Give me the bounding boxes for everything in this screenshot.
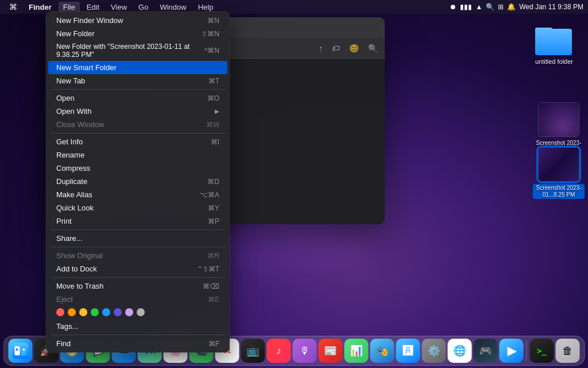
dock-item-system-prefs[interactable]: ⚙️ bbox=[422, 339, 446, 363]
desktop-item-untitled-folder[interactable]: untitled folder bbox=[528, 24, 580, 66]
menu-item-eject[interactable]: Eject ⌘E bbox=[48, 293, 227, 306]
menu-item-get-info[interactable]: Get Info ⌘I bbox=[48, 135, 227, 148]
menu-item-new-tab[interactable]: New Tab ⌘T bbox=[48, 74, 227, 87]
iterm-icon: >_ bbox=[537, 346, 547, 355]
screenshot-label-2: Screenshot 2023-01...8.25 PM bbox=[533, 184, 585, 199]
menu-label-open-with: Open With bbox=[56, 107, 215, 116]
menu-shortcut-show-original: ⌘R bbox=[207, 252, 219, 260]
tag-orange[interactable] bbox=[68, 308, 76, 316]
menu-separator-6 bbox=[51, 335, 225, 335]
menu-label-print: Print bbox=[56, 217, 208, 225]
menubar-left: ⌘ Finder File Edit View Go Window Help bbox=[5, 1, 218, 13]
menu-shortcut-quick-look: ⌘Y bbox=[208, 204, 219, 212]
screenshot-content-2 bbox=[539, 148, 579, 181]
keynote-icon: 🎭 bbox=[376, 344, 389, 357]
menu-item-new-smart-folder[interactable]: New Smart Folder bbox=[48, 61, 227, 74]
dock-item-finder[interactable] bbox=[9, 339, 33, 363]
dock-item-chrome[interactable]: 🌐 bbox=[448, 339, 472, 363]
view-menu[interactable]: View bbox=[106, 2, 131, 13]
menu-label-new-smart-folder: New Smart Folder bbox=[56, 63, 219, 72]
control-center-icon[interactable]: ⊞ bbox=[498, 3, 504, 11]
dock-item-steam[interactable]: 🎮 bbox=[474, 339, 498, 363]
menu-item-find[interactable]: Find ⌘F bbox=[48, 337, 227, 350]
menu-label-duplicate: Duplicate bbox=[56, 177, 207, 186]
menu-separator-3 bbox=[51, 229, 225, 230]
emoji-icon[interactable]: 😊 bbox=[349, 44, 359, 53]
system-prefs-icon: ⚙️ bbox=[428, 344, 440, 357]
steam-icon: 🎮 bbox=[479, 344, 492, 357]
menu-item-compress[interactable]: Compress bbox=[48, 162, 227, 175]
dock-item-trash[interactable]: 🗑 bbox=[556, 339, 580, 363]
search-icon[interactable]: 🔍 bbox=[368, 44, 378, 53]
open-with-arrow: ▶ bbox=[215, 108, 219, 114]
window-menu[interactable]: Window bbox=[155, 2, 191, 13]
file-menu-trigger[interactable]: File bbox=[59, 2, 80, 13]
podcasts-icon: 🎙 bbox=[300, 345, 310, 357]
menu-label-new-tab: New Tab bbox=[56, 76, 208, 85]
tag-light-purple[interactable] bbox=[125, 308, 133, 316]
menubar-right: ⏺ ▮▮▮ ▲ 🔍 ⊞ 🔔 Wed Jan 11 9:38 PM bbox=[450, 3, 583, 11]
tag-yellow[interactable] bbox=[79, 308, 87, 316]
desktop-item-screenshot-2[interactable]: Screenshot 2023-01...8.25 PM bbox=[533, 147, 585, 199]
menu-item-new-finder-window[interactable]: New Finder Window ⌘N bbox=[48, 14, 227, 27]
dock-item-keynote[interactable]: 🎭 bbox=[370, 339, 394, 363]
menu-item-new-folder[interactable]: New Folder ⇧⌘N bbox=[48, 27, 227, 40]
go-menu[interactable]: Go bbox=[134, 2, 153, 13]
desktop-item-screenshot-1[interactable]: Screenshot 2023-01...6.06 PM bbox=[533, 102, 585, 154]
dock-item-podcasts[interactable]: 🎙 bbox=[293, 339, 317, 363]
menu-separator-4 bbox=[51, 247, 225, 247]
menu-shortcut-open: ⌘O bbox=[207, 94, 219, 102]
help-menu[interactable]: Help bbox=[194, 2, 218, 13]
menu-item-rename[interactable]: Rename bbox=[48, 148, 227, 162]
search-icon[interactable]: 🔍 bbox=[486, 3, 494, 11]
tag-red[interactable] bbox=[56, 308, 64, 316]
dock-item-appstore[interactable]: 🅰 bbox=[396, 339, 420, 363]
dock-item-appletv[interactable]: 📺 bbox=[241, 339, 265, 363]
share-icon[interactable]: ↑ bbox=[319, 44, 323, 53]
dock-item-numbers[interactable]: 📊 bbox=[345, 339, 369, 363]
menu-label-close-window: Close Window bbox=[56, 120, 206, 129]
apple-menu[interactable]: ⌘ bbox=[5, 1, 22, 13]
menu-item-open[interactable]: Open ⌘O bbox=[48, 91, 227, 105]
dock-item-news[interactable]: 📰 bbox=[319, 339, 343, 363]
menu-tags-row bbox=[48, 306, 227, 320]
tag-purple[interactable] bbox=[114, 308, 122, 316]
menu-item-duplicate[interactable]: Duplicate ⌘D bbox=[48, 175, 227, 188]
menu-item-make-alias[interactable]: Make Alias ⌥⌘A bbox=[48, 188, 227, 201]
menu-label-eject: Eject bbox=[56, 295, 208, 304]
menu-separator-5 bbox=[51, 277, 225, 278]
menu-label-get-info: Get Info bbox=[56, 137, 211, 146]
menu-item-tags[interactable]: Tags... bbox=[48, 320, 227, 333]
chrome-icon: 🌐 bbox=[454, 344, 466, 357]
appstore-icon: 🅰 bbox=[403, 345, 413, 357]
datetime: Wed Jan 11 9:38 PM bbox=[519, 3, 583, 11]
menu-shortcut-eject: ⌘E bbox=[208, 296, 219, 304]
menu-item-new-folder-with[interactable]: New Folder with "Screenshot 2023-01-11 a… bbox=[48, 40, 227, 61]
trash-icon: 🗑 bbox=[563, 345, 573, 357]
menu-item-close-window[interactable]: Close Window ⌘W bbox=[48, 118, 227, 131]
menu-item-add-to-dock[interactable]: Add to Dock ⌃⇧⌘T bbox=[48, 262, 227, 275]
menu-item-move-to-trash[interactable]: Move to Trash ⌘⌫ bbox=[48, 279, 227, 293]
tag-gray[interactable] bbox=[137, 308, 145, 316]
dock-item-quicktime[interactable]: ▶ bbox=[500, 339, 524, 363]
menu-item-open-with[interactable]: Open With ▶ bbox=[48, 105, 227, 118]
menu-label-show-original: Show Original bbox=[56, 251, 207, 260]
menu-item-share[interactable]: Share... bbox=[48, 232, 227, 245]
menu-shortcut-get-info: ⌘I bbox=[211, 138, 219, 146]
dock-item-iterm[interactable]: >_ bbox=[530, 339, 554, 363]
tag-blue[interactable] bbox=[102, 308, 110, 316]
edit-menu[interactable]: Edit bbox=[82, 2, 104, 13]
tag-green[interactable] bbox=[91, 308, 99, 316]
dock-item-music[interactable]: ♪ bbox=[267, 339, 291, 363]
menu-item-quick-look[interactable]: Quick Look ⌘Y bbox=[48, 201, 227, 214]
menu-item-print[interactable]: Print ⌘P bbox=[48, 214, 227, 228]
finder-menu[interactable]: Finder bbox=[24, 2, 56, 13]
menu-item-show-original[interactable]: Show Original ⌘R bbox=[48, 249, 227, 262]
screen-record-icon: ⏺ bbox=[450, 3, 457, 11]
menu-label-rename: Rename bbox=[56, 151, 219, 159]
notification-icon[interactable]: 🔔 bbox=[507, 3, 516, 11]
tag-icon[interactable]: 🏷 bbox=[332, 44, 340, 53]
appletv-icon: 📺 bbox=[247, 344, 260, 357]
menu-shortcut-new-tab: ⌘T bbox=[208, 77, 219, 85]
menu-separator-2 bbox=[51, 133, 225, 133]
